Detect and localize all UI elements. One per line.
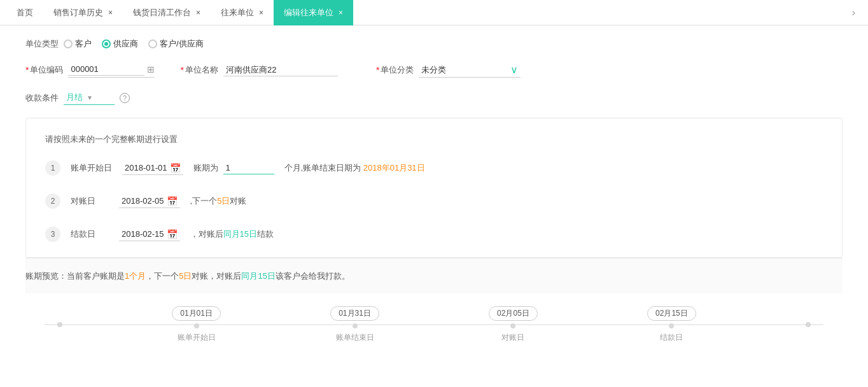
preview-text: 账期预览：当前客户账期是1个月，下一个5日对账，对账后同月15日该客户会给我打款… bbox=[25, 269, 843, 283]
code-label: 单位编码 bbox=[30, 64, 63, 76]
radio-customer-circle bbox=[64, 39, 73, 48]
category-dropdown-arrow: ∨ bbox=[510, 64, 518, 76]
reconcile-date-field: 2018-02-05 📅 bbox=[119, 195, 180, 208]
node-badge-4: 02月15日 bbox=[647, 306, 696, 321]
months-input[interactable] bbox=[223, 162, 274, 174]
payment-prefix: ，对账后 bbox=[190, 229, 223, 239]
unit-type-radio-group: 客户 供应商 客户/供应商 bbox=[64, 38, 204, 50]
tab-edit-partner[interactable]: 编辑往来单位 × bbox=[274, 0, 353, 25]
name-input[interactable] bbox=[223, 64, 338, 76]
code-field: * 单位编码 ⊞ bbox=[25, 63, 155, 78]
code-input-wrapper: ⊞ bbox=[68, 63, 155, 78]
main-content: 单位类型 客户 供应商 客户/供应商 * 单位编码 bbox=[0, 25, 868, 387]
tab-expand-button[interactable]: › bbox=[846, 7, 862, 18]
category-dropdown[interactable]: 未分类 ∨ bbox=[419, 62, 521, 78]
setting-row-2: 2 对账日 2018-02-05 📅 ,下一个5日对账 bbox=[45, 194, 823, 209]
tab-partner-close[interactable]: × bbox=[259, 9, 263, 17]
payment-label: 收款条件 bbox=[25, 92, 59, 104]
radio-customer-label: 客户 bbox=[75, 38, 92, 50]
node-circle-4 bbox=[669, 323, 674, 328]
code-input[interactable] bbox=[68, 63, 144, 76]
node-circle-1 bbox=[194, 323, 199, 328]
timeline-node-4: 02月15日 结款日 bbox=[647, 306, 696, 343]
preview-highlight3: 同月15日 bbox=[241, 271, 275, 281]
node-label-4: 结款日 bbox=[660, 332, 683, 343]
preview-middle2: 对账，对账后 bbox=[192, 271, 241, 281]
reconcile-prefix: ,下一个 bbox=[190, 196, 218, 206]
timeline-end-dot bbox=[806, 322, 811, 327]
unit-type-label: 单位类型 bbox=[25, 38, 59, 50]
tab-sales-history-label: 销售订单历史 bbox=[53, 7, 103, 18]
reconcile-date-calendar-icon[interactable]: 📅 bbox=[167, 196, 178, 206]
node-label-2: 账单结束日 bbox=[336, 332, 374, 343]
node-label-1: 账单开始日 bbox=[178, 332, 216, 343]
timeline-section: 01月01日 账单开始日 01月31日 账单结束日 02月05日 对账日 0 bbox=[25, 293, 843, 349]
timeline-node-3: 02月05日 对账日 bbox=[489, 306, 538, 343]
row-label-3: 结款日 bbox=[71, 229, 109, 240]
setting-row-3: 3 结款日 2018-02-15 📅 ，对账后同月15日结款 bbox=[45, 227, 823, 242]
reconcile-date-value: 2018-02-05 bbox=[122, 196, 164, 206]
timeline-line bbox=[45, 325, 823, 325]
radio-supplier[interactable]: 供应商 bbox=[102, 38, 138, 50]
payment-help-icon[interactable]: ? bbox=[120, 93, 130, 103]
tab-bar: 首页 销售订单历史 × 钱货日清工作台 × 往来单位 × 编辑往来单位 × › bbox=[0, 0, 868, 25]
payment-field: 收款条件 月结 ▼ ? bbox=[25, 90, 130, 105]
tab-partner-label: 往来单位 bbox=[221, 7, 254, 18]
reconcile-desc: ,下一个5日对账 bbox=[190, 195, 247, 207]
tab-edit-partner-close[interactable]: × bbox=[339, 9, 343, 17]
setting-title: 请按照未来的一个完整帐期进行设置 bbox=[45, 134, 823, 145]
payment-select[interactable]: 月结 ▼ bbox=[64, 90, 115, 105]
reconcile-suffix: 对账 bbox=[230, 196, 246, 206]
tab-cash-work-label: 钱货日清工作台 bbox=[133, 7, 191, 18]
timeline-node-1: 01月01日 账单开始日 bbox=[172, 306, 221, 343]
row-num-3: 3 bbox=[45, 227, 60, 242]
radio-customer[interactable]: 客户 bbox=[64, 38, 92, 50]
code-star: * bbox=[25, 65, 29, 75]
payment-date-value: 2018-02-15 bbox=[122, 229, 164, 239]
unit-type-field: 单位类型 客户 供应商 客户/供应商 bbox=[25, 38, 204, 50]
tab-edit-partner-label: 编辑往来单位 bbox=[284, 7, 333, 18]
copy-icon[interactable]: ⊞ bbox=[147, 64, 155, 74]
payment-desc: ，对账后同月15日结款 bbox=[190, 229, 274, 240]
radio-supplier-circle bbox=[102, 39, 111, 48]
category-field: * 单位分类 未分类 ∨ bbox=[376, 62, 521, 78]
preview-highlight2: 5日 bbox=[179, 271, 192, 281]
row-label-2: 对账日 bbox=[71, 195, 109, 207]
payment-highlight: 同月15日 bbox=[223, 229, 257, 239]
timeline-start-dot bbox=[57, 322, 62, 327]
payment-value: 月结 bbox=[66, 92, 83, 103]
payment-date-calendar-icon[interactable]: 📅 bbox=[167, 229, 178, 239]
tab-sales-history[interactable]: 销售订单历史 × bbox=[43, 0, 123, 25]
category-value: 未分类 bbox=[421, 64, 510, 76]
end-text-label: 个月,账单结束日期为 bbox=[284, 163, 361, 172]
tab-sales-history-close[interactable]: × bbox=[108, 9, 113, 17]
node-circle-3 bbox=[510, 323, 515, 328]
end-date-highlight: 2018年01月31日 bbox=[363, 163, 425, 172]
preview-middle1: ，下一个 bbox=[146, 271, 179, 281]
setting-box: 请按照未来的一个完整帐期进行设置 1 账单开始日 2018-01-01 📅 账期… bbox=[25, 118, 843, 258]
name-field: * 单位名称 bbox=[180, 64, 337, 76]
name-star: * bbox=[180, 65, 183, 75]
start-date-end-text: 个月,账单结束日期为 2018年01月31日 bbox=[284, 162, 425, 174]
preview-prefix: 账期预览：当前客户账期是 bbox=[25, 271, 125, 281]
payment-row: 收款条件 月结 ▼ ? bbox=[25, 90, 843, 105]
reconcile-highlight: 5日 bbox=[217, 196, 230, 206]
row-num-1: 1 bbox=[45, 160, 60, 176]
start-date-calendar-icon[interactable]: 📅 bbox=[170, 163, 181, 173]
radio-both-circle bbox=[148, 39, 157, 48]
preview-section: 账期预览：当前客户账期是1个月，下一个5日对账，对账后同月15日该客户会给我打款… bbox=[25, 258, 843, 293]
tab-home[interactable]: 首页 bbox=[6, 0, 43, 25]
node-badge-1: 01月01日 bbox=[172, 306, 221, 321]
tab-home-label: 首页 bbox=[17, 7, 33, 18]
radio-both[interactable]: 客户/供应商 bbox=[148, 38, 204, 50]
code-name-row: * 单位编码 ⊞ * 单位名称 * 单位分类 未分类 ∨ bbox=[25, 62, 843, 78]
node-circle-2 bbox=[353, 323, 358, 328]
node-badge-2: 01月31日 bbox=[330, 306, 379, 321]
payment-date-field: 2018-02-15 📅 bbox=[119, 228, 180, 241]
tab-cash-work[interactable]: 钱货日清工作台 × bbox=[123, 0, 211, 25]
node-label-3: 对账日 bbox=[501, 332, 524, 343]
tab-cash-work-close[interactable]: × bbox=[196, 9, 200, 17]
tab-partner[interactable]: 往来单位 × bbox=[211, 0, 274, 25]
radio-both-label: 客户/供应商 bbox=[160, 38, 204, 50]
preview-highlight1: 1个月 bbox=[125, 271, 146, 281]
